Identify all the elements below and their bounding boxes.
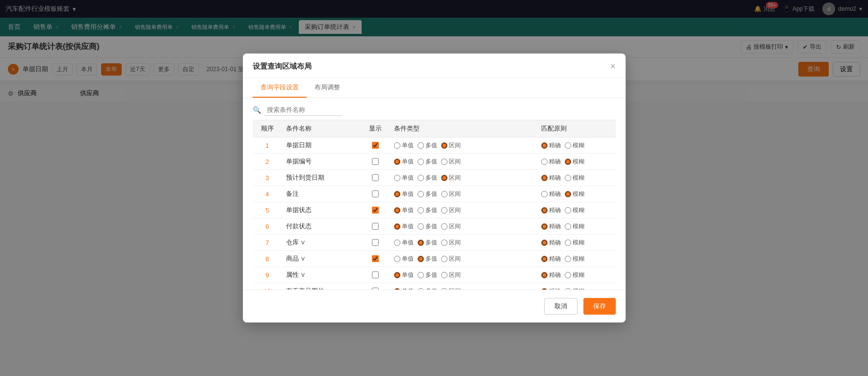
modal-overlay: 设置查询区域布局 × 查询字段设置 布局调整 🔍 顺序 条件名称 显示 条件类型 [0, 0, 868, 102]
modal-tab-layout[interactable]: 布局调整 [307, 78, 348, 98]
modal-header: 设置查询区域布局 × [243, 54, 626, 78]
modal-dialog: 设置查询区域布局 × 查询字段设置 布局调整 🔍 顺序 条件名称 显示 条件类型 [243, 54, 626, 102]
modal-tab-query-fields[interactable]: 查询字段设置 [253, 78, 307, 98]
modal-tabs: 查询字段设置 布局调整 [243, 78, 626, 98]
modal-close-button[interactable]: × [610, 61, 616, 72]
modal-title: 设置查询区域布局 [253, 62, 312, 71]
search-box: 🔍 [243, 98, 626, 102]
